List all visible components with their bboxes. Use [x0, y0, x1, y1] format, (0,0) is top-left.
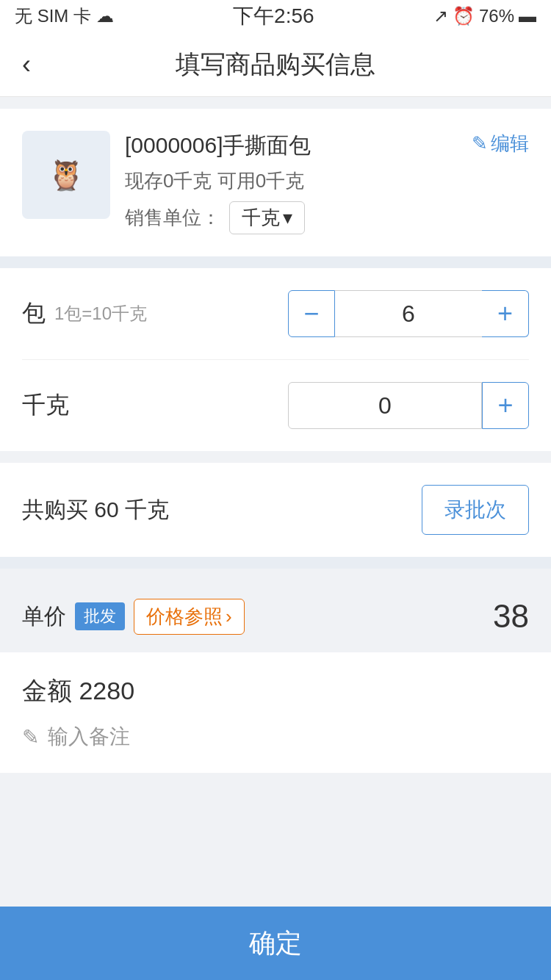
edit-icon: ✎ [472, 132, 488, 155]
kg-increase-button[interactable]: + [482, 382, 529, 429]
kg-row: 千克 + [22, 360, 529, 451]
bao-row: 包 1包=10千克 − + [22, 268, 529, 360]
product-stock: 现存0千克 可用0千克 [125, 168, 529, 194]
bao-increase-button[interactable]: + [482, 290, 529, 337]
total-row: 共购买 60 千克 录批次 [0, 463, 551, 557]
product-unit-row: 销售单位： 千克 ▾ [125, 201, 529, 234]
kg-quantity-input[interactable] [288, 382, 482, 429]
bao-label: 包 1包=10千克 [22, 298, 147, 330]
price-row: 单价 批发 价格参照 › 38 [22, 598, 529, 635]
amount-section: 金额 2280 ✎ 输入备注 [0, 652, 551, 773]
unit-select[interactable]: 千克 ▾ [229, 201, 305, 234]
chevron-down-icon: ▾ [283, 206, 292, 229]
total-text: 共购买 60 千克 [22, 495, 169, 525]
product-logo: 🦉 [48, 158, 84, 192]
battery-level: 76% [479, 6, 514, 26]
alarm-icon: ⏰ [453, 6, 475, 26]
product-image: 🦉 [22, 131, 110, 219]
nav-bar: ‹ 填写商品购买信息 [0, 32, 551, 97]
product-card: 🦉 [0000006]手撕面包 现存0千克 可用0千克 销售单位： 千克 ▾ ✎… [0, 109, 551, 256]
edit-button[interactable]: ✎ 编辑 [472, 131, 529, 156]
bao-quantity-control: − + [288, 290, 529, 337]
status-bar: 无 SIM 卡 ☁ 下午2:56 ↗ ⏰ 76% ▬ [0, 0, 551, 32]
status-left: 无 SIM 卡 ☁ [15, 4, 114, 28]
status-right: ↗ ⏰ 76% ▬ [433, 6, 536, 26]
page-title: 填写商品购买信息 [176, 48, 375, 82]
sim-status: 无 SIM 卡 ☁ [15, 4, 114, 28]
remark-placeholder: 输入备注 [48, 723, 130, 751]
kg-label: 千克 [22, 389, 69, 422]
location-icon: ↗ [433, 6, 448, 26]
bao-hint: 1包=10千克 [54, 302, 147, 325]
chevron-right-icon: › [226, 605, 232, 628]
price-ref-button[interactable]: 价格参照 › [134, 599, 245, 635]
price-value: 38 [493, 598, 529, 635]
bao-input-section: 包 1包=10千克 − + 千克 + [0, 268, 551, 451]
price-section: 单价 批发 价格参照 › 38 [0, 580, 551, 652]
section-divider-1 [0, 256, 551, 268]
kg-quantity-control: + [288, 382, 529, 429]
product-info: [0000006]手撕面包 现存0千克 可用0千克 销售单位： 千克 ▾ [125, 131, 529, 234]
price-tag: 批发 [75, 602, 125, 630]
status-time: 下午2:56 [233, 2, 314, 30]
price-label: 单价 批发 价格参照 › [22, 599, 245, 635]
product-name: [0000006]手撕面包 [125, 131, 529, 161]
amount-row: 金额 2280 [22, 674, 529, 708]
record-batch-button[interactable]: 录批次 [422, 485, 529, 535]
bao-decrease-button[interactable]: − [288, 290, 335, 337]
back-button[interactable]: ‹ [22, 49, 31, 80]
total-amount: 60 [94, 497, 125, 522]
pencil-icon: ✎ [22, 725, 39, 749]
battery-icon: ▬ [519, 6, 536, 26]
amount-value: 2280 [79, 677, 134, 705]
section-divider-2 [0, 557, 551, 569]
unit-label: 销售单位： [125, 205, 220, 231]
remark-row[interactable]: ✎ 输入备注 [22, 723, 529, 751]
confirm-button[interactable]: 确定 [0, 907, 551, 980]
bao-quantity-input[interactable] [335, 290, 482, 337]
